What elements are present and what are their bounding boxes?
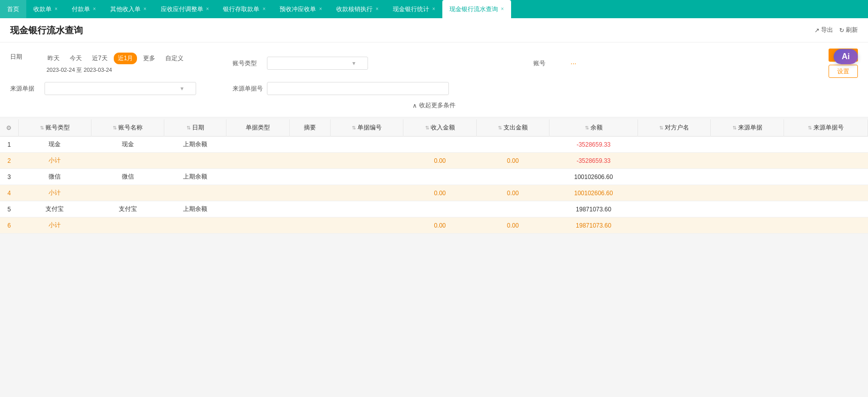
date-btn-yesterday[interactable]: 昨天	[43, 53, 64, 64]
close-icon[interactable]: ×	[144, 0, 147, 18]
col-income[interactable]: ⇅收入金额	[403, 119, 476, 137]
row-income: 0.00	[403, 153, 476, 169]
row-income: 0.00	[403, 185, 476, 201]
dropdown-arrow-icon: ▾	[352, 60, 355, 67]
date-btn-more[interactable]: 更多	[139, 53, 159, 64]
date-btn-today[interactable]: 今天	[66, 53, 86, 64]
table-row: 3 微信 微信 上期余额 100102606.60	[0, 169, 868, 185]
row-expense: 0.00	[476, 153, 549, 169]
close-icon[interactable]: ×	[319, 0, 322, 18]
row-date: 上期余额	[164, 137, 226, 153]
row-summary	[289, 169, 330, 185]
row-expense: 0.00	[476, 185, 549, 201]
row-summary	[289, 185, 330, 201]
nav-prepayment[interactable]: 预收冲应收单 ×	[272, 0, 329, 18]
col-balance[interactable]: ⇅余额	[550, 119, 638, 137]
nav-cash-stats[interactable]: 现金银行统计 ×	[386, 0, 442, 18]
nav-adjustment[interactable]: 应收应付调整单 ×	[154, 0, 216, 18]
close-icon[interactable]: ×	[376, 0, 379, 18]
account-ellipsis-button[interactable]: ···	[568, 59, 580, 67]
source-doc-no-input[interactable]	[267, 82, 449, 95]
col-date[interactable]: ⇅日期	[164, 119, 226, 137]
close-icon[interactable]: ×	[55, 0, 58, 18]
col-summary-label: 摘要	[304, 124, 316, 131]
row-income	[403, 169, 476, 185]
row-balance: 100102606.60	[550, 169, 638, 185]
refresh-button[interactable]: ↻ 刷新	[839, 26, 858, 34]
table-area: ⚙ ⇅账号类型 ⇅账号名称 ⇅日期 单据类型 摘要 ⇅单据编号 ⇅收入金额 ⇅支…	[0, 119, 868, 234]
gear-icon[interactable]: ⚙	[6, 124, 12, 131]
source-doc-no-label: 来源单据号	[233, 84, 263, 93]
account-label: 账号	[533, 59, 564, 68]
col-source-doc[interactable]: ⇅来源单据	[711, 119, 784, 137]
col-summary: 摘要	[289, 119, 330, 137]
close-icon[interactable]: ×	[501, 0, 504, 18]
close-icon[interactable]: ×	[93, 0, 96, 18]
row-account-name: 支付宝	[91, 201, 164, 217]
nav-bank-deposit[interactable]: 银行存取款单 ×	[216, 0, 272, 18]
row-expense: 0.00	[476, 217, 549, 234]
nav-receipts-label: 收款单	[33, 0, 52, 18]
row-doc-type	[226, 137, 290, 153]
page-header: 现金银行流水查询 ↗ 导出 ↻ 刷新	[0, 18, 868, 42]
close-icon[interactable]: ×	[262, 0, 265, 18]
nav-home[interactable]: 首页	[0, 0, 26, 18]
nav-payments-label: 付款单	[72, 0, 90, 18]
nav-payments[interactable]: 付款单 ×	[65, 0, 103, 18]
row-source-doc-no	[784, 169, 867, 185]
row-account-name	[91, 153, 164, 169]
row-source-doc	[711, 169, 784, 185]
col-account-name[interactable]: ⇅账号名称	[91, 119, 164, 137]
row-source-doc	[711, 201, 784, 217]
row-no: 5	[0, 201, 18, 217]
col-counterpart[interactable]: ⇅对方户名	[637, 119, 710, 137]
date-btn-7days[interactable]: 近7天	[88, 53, 112, 64]
settings-button[interactable]: 设置	[829, 65, 858, 78]
collapse-more-bar[interactable]: ∧ 收起更多条件	[10, 99, 858, 113]
col-account-type[interactable]: ⇅账号类型	[18, 119, 91, 137]
date-btn-custom[interactable]: 自定义	[161, 53, 188, 64]
gear-column-header[interactable]: ⚙	[0, 119, 18, 137]
nav-cash-flow[interactable]: 现金银行流水查询 ×	[442, 0, 511, 18]
row-account-type: 微信	[18, 169, 91, 185]
row-income	[403, 201, 476, 217]
col-expense[interactable]: ⇅支出金额	[476, 119, 549, 137]
col-source-doc-no[interactable]: ⇅来源单据号	[784, 119, 867, 137]
nav-other-income[interactable]: 其他收入单 ×	[103, 0, 154, 18]
row-balance: -3528659.33	[550, 153, 638, 169]
date-btn-1month[interactable]: 近1月	[114, 53, 138, 64]
export-label: 导出	[821, 26, 833, 34]
source-doc-label: 来源单据	[10, 84, 40, 93]
table-row: 5 支付宝 支付宝 上期余额 19871073.60	[0, 201, 868, 217]
row-income	[403, 137, 476, 153]
nav-receipts[interactable]: 收款单 ×	[26, 0, 65, 18]
row-balance: 19871073.60	[550, 201, 638, 217]
nav-write-off[interactable]: 收款核销执行 ×	[329, 0, 386, 18]
col-account-name-label: 账号名称	[118, 124, 143, 131]
row-summary	[289, 201, 330, 217]
col-source-doc-no-label: 来源单据号	[813, 124, 844, 131]
filter-area: 日期 昨天 今天 近7天 近1月 更多 自定义 2023-02-24 至 202…	[0, 42, 868, 117]
date-range-display: 2023-02-24 至 2023-03-24	[47, 66, 188, 74]
row-date	[164, 185, 226, 201]
date-label: 日期	[10, 53, 40, 61]
col-expense-label: 支出金额	[504, 124, 528, 131]
nav-cash-stats-label: 现金银行统计	[393, 0, 429, 18]
row-source-doc	[711, 185, 784, 201]
source-doc-select[interactable]: ▾	[44, 82, 196, 95]
row-doc-no	[330, 153, 403, 169]
table-row: 4 小计 0.00 0.00 100102606.60	[0, 185, 868, 201]
col-income-label: 收入金额	[431, 124, 455, 131]
close-icon[interactable]: ×	[432, 0, 435, 18]
col-doc-no[interactable]: ⇅单据编号	[330, 119, 403, 137]
col-source-doc-label: 来源单据	[738, 124, 762, 131]
export-button[interactable]: ↗ 导出	[814, 26, 833, 34]
data-table: ⚙ ⇅账号类型 ⇅账号名称 ⇅日期 单据类型 摘要 ⇅单据编号 ⇅收入金额 ⇅支…	[0, 119, 868, 234]
date-options-row: 昨天 今天 近7天 近1月 更多 自定义	[43, 53, 188, 64]
account-type-select[interactable]: ▾	[267, 57, 368, 70]
row-balance: 19871073.60	[550, 217, 638, 234]
ai-assistant-button[interactable]: Ai	[834, 49, 858, 64]
close-icon[interactable]: ×	[206, 0, 209, 18]
row-summary	[289, 153, 330, 169]
row-doc-no	[330, 217, 403, 234]
